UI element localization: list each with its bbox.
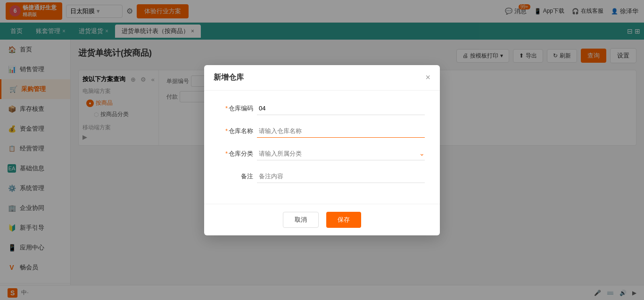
new-warehouse-modal: 新增仓库 × *仓库编码 *仓库名称 *仓库分类: [204, 65, 440, 235]
name-label: *仓库名称: [219, 127, 257, 135]
form-row-code: *仓库编码: [219, 102, 425, 115]
form-row-name: *仓库名称: [219, 125, 425, 138]
cancel-button[interactable]: 取消: [283, 212, 319, 228]
modal-header: 新增仓库 ×: [204, 65, 440, 91]
save-button[interactable]: 保存: [326, 212, 361, 228]
category-input[interactable]: [257, 147, 419, 160]
note-input[interactable]: [257, 170, 425, 183]
code-input[interactable]: [257, 102, 425, 115]
modal-footer: 取消 保存: [204, 204, 440, 235]
modal-overlay: 新增仓库 × *仓库编码 *仓库名称 *仓库分类: [0, 0, 644, 300]
code-label: *仓库编码: [219, 104, 257, 113]
name-input[interactable]: [257, 125, 425, 138]
note-label: 备注: [219, 172, 257, 181]
modal-close-button[interactable]: ×: [425, 73, 430, 83]
modal-title: 新增仓库: [214, 73, 244, 83]
category-select-row: ⌄: [257, 147, 425, 160]
form-row-category: *仓库分类 ⌄: [219, 147, 425, 160]
form-row-note: 备注: [219, 170, 425, 183]
category-arrow-icon[interactable]: ⌄: [419, 150, 425, 157]
category-label: *仓库分类: [219, 150, 257, 158]
modal-body: *仓库编码 *仓库名称 *仓库分类 ⌄: [204, 91, 440, 204]
